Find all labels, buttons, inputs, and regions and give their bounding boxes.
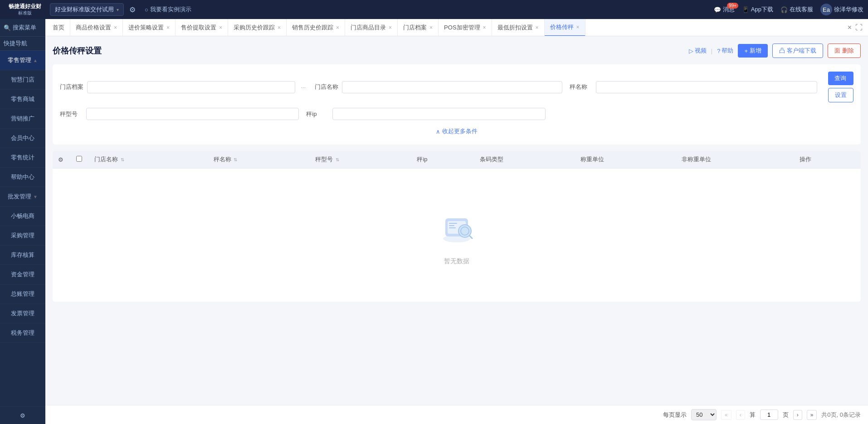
app-download-label: App下载 xyxy=(751,5,773,14)
filter-scale-model-input[interactable] xyxy=(86,108,299,120)
close-icon[interactable]: × xyxy=(336,24,339,31)
sidebar-item-wholesale[interactable]: 批发管理 ▼ xyxy=(0,187,45,207)
app-download-icon: 📱 xyxy=(742,6,749,13)
sidebar-item-tax[interactable]: 税务管理 xyxy=(0,323,45,343)
sidebar-item-finance[interactable]: 资金管理 xyxy=(0,265,45,284)
sidebar-item-retail-mall[interactable]: 零售商城 xyxy=(0,90,45,109)
th-scale-name[interactable]: 秤名称 ⇅ xyxy=(208,151,310,169)
first-page-button[interactable]: « xyxy=(721,410,731,420)
tab-product-price[interactable]: 商品价格设置 × xyxy=(70,19,123,36)
sidebar-item-general-ledger[interactable]: 总账管理 xyxy=(0,284,45,304)
tab-price-transfer[interactable]: 价格传秤 × xyxy=(545,19,585,36)
tab-pos-management[interactable]: POS加密管理 × xyxy=(439,19,492,36)
sidebar-item-marketing[interactable]: 营销推广 xyxy=(0,109,45,129)
select-all-checkbox[interactable] xyxy=(76,156,82,162)
next-page-button[interactable]: › xyxy=(793,410,802,420)
th-checkbox[interactable] xyxy=(71,151,89,169)
close-icon[interactable]: × xyxy=(114,24,117,31)
help-icon: ? xyxy=(717,48,720,54)
page-content: 价格传秤设置 ▷ 视频 | ? 帮助 + 新增 xyxy=(45,36,868,405)
video-label: 视频 xyxy=(695,47,707,55)
collapse-filter-button[interactable]: ∧ 收起更多条件 xyxy=(60,125,853,137)
th-store-name[interactable]: 门店名称 ⇅ xyxy=(89,151,208,169)
settings-button[interactable]: 设置 xyxy=(828,88,853,102)
svg-rect-6 xyxy=(449,223,457,224)
sidebar-item-label: 智慧门店 xyxy=(11,76,34,83)
page-size-label: 每页显示 xyxy=(663,411,687,419)
tab-label: POS加密管理 xyxy=(444,24,480,32)
sidebar-item-label: 会员中心 xyxy=(11,135,34,141)
video-link[interactable]: ▷ 视频 xyxy=(689,47,707,55)
headset-icon: 🎧 xyxy=(780,6,788,13)
page-prefix: 算 xyxy=(750,411,756,419)
filter-store-name-input[interactable] xyxy=(342,81,562,93)
close-all-tabs-button[interactable]: × xyxy=(848,24,852,32)
ellipsis-icon[interactable]: ··· xyxy=(299,84,307,91)
th-scale-model[interactable]: 秤型号 ⇅ xyxy=(310,151,411,169)
filter-store-files-input[interactable] xyxy=(87,81,295,93)
sidebar-quick-nav[interactable]: 快捷导航 xyxy=(0,37,45,51)
topbar-settings-button[interactable]: ⚙ xyxy=(127,4,137,16)
messages-button[interactable]: 💬 消息 99+ xyxy=(714,5,735,14)
help-link[interactable]: ? 帮助 xyxy=(717,47,733,55)
demo-link-label: 我要看实例演示 xyxy=(150,5,191,14)
version-selector[interactable]: 好业财标准版交付试用 ▾ xyxy=(50,3,124,16)
sidebar-item-member-center[interactable]: 会员中心 xyxy=(0,129,45,148)
app-logo-title: 畅捷通好业财 xyxy=(9,3,41,10)
sidebar-item-ecommerce[interactable]: 小畅电商 xyxy=(0,207,45,226)
sidebar-item-purchase[interactable]: 采购管理 xyxy=(0,226,45,246)
sidebar-item-label: 采购管理 xyxy=(11,232,34,239)
sidebar-item-help-center[interactable]: 帮助中心 xyxy=(0,168,45,187)
download-client-button[interactable]: 凸 客户端下载 xyxy=(772,43,823,58)
collapse-label: 收起更多条件 xyxy=(442,127,478,135)
sidebar-item-label: 总账管理 xyxy=(11,290,34,297)
sidebar-item-retail-stats[interactable]: 零售统计 xyxy=(0,148,45,168)
filter-scale-name-input[interactable] xyxy=(596,81,817,93)
tab-store-catalog[interactable]: 门店商品目录 × xyxy=(345,19,398,36)
query-button[interactable]: 查询 xyxy=(828,72,853,85)
delete-button[interactable]: 面 删除 xyxy=(828,43,861,58)
tab-sale-price[interactable]: 售价提取设置 × xyxy=(176,19,228,36)
maximize-button[interactable]: ⛶ xyxy=(855,24,863,32)
sidebar-item-smart-store[interactable]: 智慧门店 xyxy=(0,70,45,90)
sidebar-search[interactable]: 🔍 搜索菜单 xyxy=(0,19,45,37)
tab-sales-history[interactable]: 销售历史价跟踪 × xyxy=(287,19,345,36)
sidebar-item-inventory[interactable]: 库存核算 xyxy=(0,246,45,265)
close-icon[interactable]: × xyxy=(278,24,281,31)
download-icon: 凸 xyxy=(779,47,785,55)
th-gear[interactable]: ⚙ xyxy=(53,151,71,169)
close-icon[interactable]: × xyxy=(166,24,170,31)
close-icon[interactable]: × xyxy=(429,24,433,31)
add-button[interactable]: + 新增 xyxy=(738,44,768,58)
filter-scale-ip-input[interactable] xyxy=(332,108,545,120)
sidebar-item-label: 零售商城 xyxy=(11,96,34,102)
user-menu-button[interactable]: Ea 徐泽华修改 xyxy=(820,4,863,15)
sidebar-item-retail-management[interactable]: 零售管理 ▲ xyxy=(0,51,45,70)
tab-home[interactable]: 首页 xyxy=(47,19,70,36)
close-icon[interactable]: × xyxy=(483,24,486,31)
page-size-select[interactable]: 50 10 20 100 xyxy=(691,409,717,420)
avatar: Ea xyxy=(820,4,832,15)
sidebar-item-label: 零售统计 xyxy=(11,154,34,161)
current-page-input[interactable] xyxy=(760,410,778,420)
sidebar-item-invoice[interactable]: 发票管理 xyxy=(0,304,45,323)
chevron-down-icon: ▼ xyxy=(33,194,38,199)
close-icon[interactable]: × xyxy=(389,24,392,31)
app-download-button[interactable]: 📱 App下载 xyxy=(742,5,773,14)
tab-label: 首页 xyxy=(53,24,64,32)
last-page-button[interactable]: » xyxy=(807,410,817,420)
demo-link[interactable]: ○ 我要看实例演示 xyxy=(145,5,191,14)
sidebar-settings-button[interactable]: ⚙ xyxy=(0,406,45,424)
th-scale-ip: 秤ip xyxy=(411,151,474,169)
close-icon[interactable]: × xyxy=(219,24,222,31)
tab-purchase-history[interactable]: 采购历史价跟踪 × xyxy=(228,19,287,36)
online-service-button[interactable]: 🎧 在线客服 xyxy=(780,5,813,14)
tab-label: 门店档案 xyxy=(403,24,427,32)
close-icon[interactable]: × xyxy=(576,24,580,30)
prev-page-button[interactable]: ‹ xyxy=(736,410,745,420)
tab-purchase-strategy[interactable]: 进价策略设置 × xyxy=(123,19,176,36)
close-icon[interactable]: × xyxy=(536,24,539,31)
tab-store-files[interactable]: 门店档案 × xyxy=(398,19,439,36)
tab-bar: 首页 商品价格设置 × 进价策略设置 × 售价提取设置 × 采购历史价跟踪 × … xyxy=(45,19,868,36)
tab-min-discount[interactable]: 最低折扣设置 × xyxy=(492,19,545,36)
